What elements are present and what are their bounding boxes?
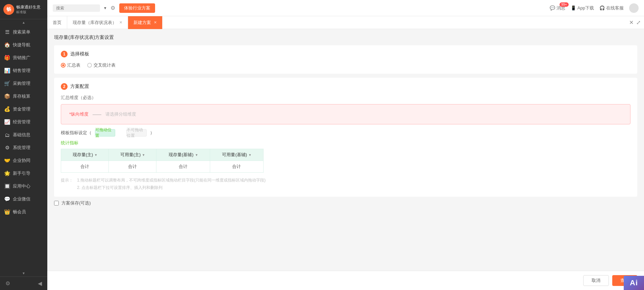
tips-section: 提示： 1.拖动标题栏可以调整布局，不可跨维度或指标区域拖动栏目字段(只能在同一…	[61, 177, 630, 191]
step1-num: 1	[61, 51, 68, 57]
sidebar-item-system[interactable]: ⚙ 系统管理	[0, 141, 47, 154]
sidebar-menu: ☰ 搜索菜单 🏠 快捷导航 🎁 营销推广 📊 销售管理 🛒 采购管理 📦 库存核…	[0, 26, 47, 270]
expand-icon[interactable]: ⤢	[636, 19, 641, 26]
sidebar-item-member[interactable]: 👑 畅会员	[0, 206, 47, 218]
step2-num: 2	[61, 83, 68, 90]
sidebar-scroll-down[interactable]: ▼	[0, 270, 47, 276]
tabs-right-controls: ✕ ⤢	[629, 19, 644, 26]
collapse-icon[interactable]: ◀	[38, 280, 42, 287]
cell-col4: 合计	[210, 161, 263, 173]
ai-badge[interactable]: Ai	[624, 276, 644, 290]
page-title: 现存量(库存状况表)方案设置	[54, 34, 637, 41]
tab-close-icon[interactable]: ✕	[119, 20, 122, 25]
indicator-settings-text2	[119, 130, 123, 136]
template-radio-group: 汇总表 交叉统计表	[61, 62, 630, 68]
message-badge[interactable]: 💬 消息 99+	[550, 5, 565, 11]
sidebar-item-label: 快捷导航	[13, 42, 30, 48]
sidebar-footer: ⚙ ◀	[0, 276, 47, 290]
tag-draggable: 可拖动位置	[95, 129, 115, 137]
stats-label: 统计指标	[61, 140, 630, 146]
sidebar-item-inventory[interactable]: 📦 库存核算	[0, 90, 47, 103]
management-icon: 📈	[4, 119, 10, 125]
cell-col3: 合计	[156, 161, 210, 173]
cancel-button[interactable]: 取消	[583, 275, 609, 286]
indicator-settings: 模板指标设定（ 可拖动位置 不可拖动位置 ） 统计指标	[61, 129, 630, 173]
topbar: ▾ ⚙ 体验行业方案 💬 消息 99+ 📱 App下载 🎧 在线客服	[47, 0, 644, 16]
chevron-down-icon: ▾	[249, 153, 251, 157]
app-name: 畅康通好生意	[16, 4, 41, 10]
cell-col2: 合计	[109, 161, 156, 173]
table-header-col2[interactable]: 可用量(主) ▾	[109, 149, 156, 161]
sidebar-item-label: 新手引导	[13, 170, 30, 176]
table-header-col1[interactable]: 现存量(主) ▾	[61, 149, 109, 161]
inventory-icon: 📦	[4, 93, 10, 99]
sidebar-scroll-up[interactable]: ▲	[0, 19, 47, 26]
search-input[interactable]	[53, 4, 100, 12]
sidebar-item-finance[interactable]: 💰 资金管理	[0, 103, 47, 116]
sidebar-item-cooperation[interactable]: 🤝 企业协同	[0, 154, 47, 167]
save-label: 方案保存(可选)	[61, 200, 91, 206]
sidebar-item-label: 应用中心	[13, 183, 30, 189]
radio-cross-table[interactable]: 交叉统计表	[87, 62, 116, 68]
settings-icon[interactable]: ⚙	[5, 280, 10, 287]
indicator-settings-text: 模板指标设定（	[61, 130, 92, 136]
app-download-link[interactable]: 📱 App下载	[571, 5, 594, 11]
app-center-icon: 🔲	[4, 183, 10, 189]
table-row: 合计 合计 合计 合计	[61, 161, 264, 173]
save-checkbox[interactable]	[54, 201, 59, 206]
sidebar-item-quick-nav[interactable]: 🏠 快捷导航	[0, 39, 47, 51]
app-download-label: App下载	[577, 5, 594, 11]
sidebar-item-search[interactable]: ☰ 搜索菜单	[0, 26, 47, 39]
dash-separator: ——	[93, 112, 101, 117]
sidebar-item-label: 企业协同	[13, 158, 30, 164]
table-header-col4[interactable]: 可用量(基辅) ▾	[210, 149, 263, 161]
gift-icon: 🎁	[4, 55, 10, 61]
bottom-bar: 取消 查询	[47, 271, 644, 290]
tip-2: 2. 点击标题栏下拉可设置排序、插入列和删除列	[61, 184, 630, 192]
save-row: 方案保存(可选)	[54, 197, 637, 210]
chevron-down-icon: ▾	[196, 153, 198, 157]
sidebar-item-label: 库存核算	[13, 93, 30, 99]
sidebar-item-marketing[interactable]: 🎁 营销推广	[0, 51, 47, 64]
topbar-dropdown[interactable]: ▾	[104, 5, 106, 10]
sidebar-item-sales[interactable]: 📊 销售管理	[0, 64, 47, 77]
close-icon[interactable]: ✕	[629, 19, 634, 26]
step1-title: 选择模板	[70, 51, 89, 57]
required-label: *纵向维度	[69, 111, 89, 117]
user-avatar[interactable]	[629, 3, 639, 13]
message-count: 99+	[560, 2, 569, 7]
message-icon: 💬	[550, 5, 555, 10]
online-service-link[interactable]: 🎧 在线客服	[599, 5, 624, 11]
sidebar-item-label: 采购管理	[13, 80, 30, 87]
sidebar-item-management[interactable]: 📈 经营管理	[0, 116, 47, 128]
finance-icon: 💰	[4, 106, 10, 112]
dimension-alert-box: *纵向维度 —— 请选择分组维度	[61, 104, 630, 124]
dimension-placeholder[interactable]: 请选择分组维度	[105, 111, 136, 117]
sidebar-item-label: 经营管理	[13, 119, 30, 125]
sidebar-item-guide[interactable]: 🌟 新手引导	[0, 167, 47, 180]
table-header-col3[interactable]: 现存量(基辅) ▾	[156, 149, 210, 161]
guide-icon: 🌟	[4, 170, 10, 176]
basic-info-icon: 🗂	[4, 132, 10, 138]
solution-btn[interactable]: 体验行业方案	[119, 3, 155, 13]
tab-label: 首页	[53, 20, 61, 26]
step1-label: 1 选择模板	[61, 51, 630, 57]
radio-summary-table[interactable]: 汇总表	[61, 62, 80, 68]
content-area: 现存量(库存状况表)方案设置 1 选择模板 汇总表 交叉统计表	[47, 29, 644, 271]
radio-label-cross: 交叉统计表	[94, 62, 116, 68]
sidebar: 畅 畅康通好生意 标准版 ▲ ☰ 搜索菜单 🏠 快捷导航 🎁 营销推广 📊 销售…	[0, 0, 47, 290]
headset-icon: 🎧	[599, 5, 605, 10]
tab-close-icon[interactable]: ✕	[154, 20, 157, 25]
sidebar-item-label: 销售管理	[13, 68, 30, 74]
sidebar-item-basic-info[interactable]: 🗂 基础信息	[0, 128, 47, 141]
sidebar-item-wechat[interactable]: 💬 企业微信	[0, 193, 47, 206]
sidebar-item-purchase[interactable]: 🛒 采购管理	[0, 77, 47, 90]
member-icon: 👑	[4, 209, 10, 215]
col4-label: 可用量(基辅)	[222, 152, 247, 158]
gear-icon[interactable]: ⚙	[110, 5, 115, 11]
tab-home[interactable]: 首页	[47, 16, 67, 29]
sidebar-item-app-center[interactable]: 🔲 应用中心	[0, 180, 47, 193]
tab-inventory[interactable]: 现存量（库存状况表） ✕	[67, 16, 128, 29]
step2-label: 2 方案配置	[61, 83, 630, 90]
tab-new-plan[interactable]: 新建方案 ✕	[128, 16, 163, 29]
